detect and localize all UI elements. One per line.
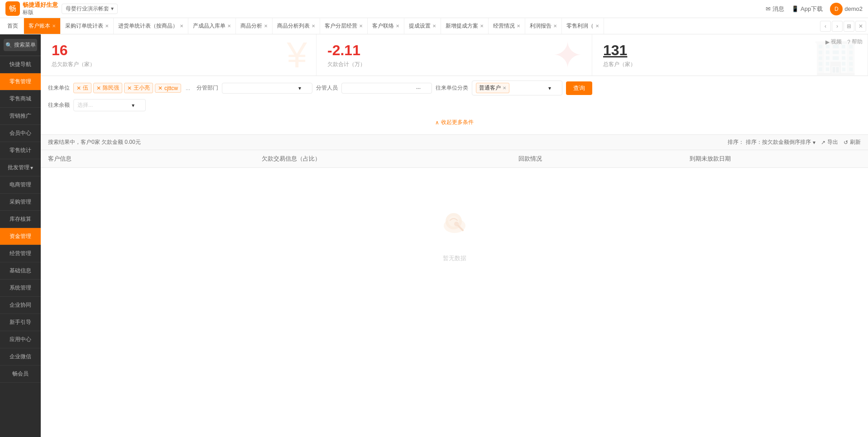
sidebar-item-wholesale[interactable]: 批发管理 ▾ bbox=[0, 159, 41, 176]
app-download-action[interactable]: 📱 App下载 bbox=[791, 5, 823, 13]
filter-unit-label: 往来单位 bbox=[48, 84, 70, 92]
table-header: 客户信息 欠款交易信息（占比） 回款情况 到期未放款日期 bbox=[41, 150, 868, 168]
filter-category-label: 往来单位分类 bbox=[436, 84, 468, 92]
close-tab-operations[interactable]: ✕ bbox=[517, 24, 520, 28]
close-tab-product-entry[interactable]: ✕ bbox=[227, 24, 231, 28]
filter-row-2: 往来余额 选择... ▾ bbox=[48, 99, 861, 111]
tab-prompt-settings[interactable]: 提成设置 ✕ bbox=[404, 18, 441, 34]
coin-bg-icon: ¥ bbox=[287, 34, 307, 76]
sidebar-item-enterprise-wechat[interactable]: 企业微信 bbox=[0, 348, 41, 366]
sidebar-item-marketing[interactable]: 营销推广 bbox=[0, 108, 41, 125]
logo-text: 畅捷通好生意 标版 bbox=[23, 1, 58, 16]
sidebar-item-app-center[interactable]: 应用中心 bbox=[0, 331, 41, 348]
result-actions: 排序： 排序：按欠款金额倒序排序 ▾ ↗ 导出 ↺ 刷新 bbox=[728, 138, 861, 146]
tab-product-analysis-list[interactable]: 商品分析列表 ✕ bbox=[273, 18, 320, 34]
sidebar-item-inventory[interactable]: 库存核算 bbox=[0, 211, 41, 228]
close-tab-purchase-stats[interactable]: ✕ bbox=[180, 24, 183, 28]
video-action[interactable]: ▶ 视频 bbox=[825, 38, 842, 46]
sidebar-item-member[interactable]: 会员中心 bbox=[0, 125, 41, 142]
close-tab-prompt-settings[interactable]: ✕ bbox=[432, 24, 436, 28]
tab-retail-profit[interactable]: 零售利润（ ✕ bbox=[562, 18, 604, 34]
sidebar-item-ecommerce[interactable]: 电商管理 bbox=[0, 176, 41, 194]
sort-select[interactable]: 排序： 排序：按欠款金额倒序排序 ▾ bbox=[728, 138, 815, 146]
filter-dept-select[interactable]: ▾ bbox=[222, 83, 312, 94]
close-tab-product-analysis-list[interactable]: ✕ bbox=[312, 24, 315, 28]
sidebar-item-vip[interactable]: 畅会员 bbox=[0, 366, 41, 383]
empty-icon bbox=[436, 204, 473, 249]
result-info: 搜索结果中，客户0家 欠款金额 0.00元 bbox=[48, 138, 141, 146]
header-left: 畅 畅捷通好生意 标版 母婴行业演示帐套 ▾ bbox=[5, 1, 118, 16]
stat-total-clients-value: 131 bbox=[603, 42, 627, 59]
refresh-action[interactable]: ↺ 刷新 bbox=[844, 138, 861, 146]
collapse-button[interactable]: ∧ 收起更多条件 bbox=[430, 117, 479, 128]
sidebar-item-quick-nav[interactable]: 快捷导航 bbox=[0, 56, 41, 73]
message-action[interactable]: ✉ 消息 bbox=[766, 5, 784, 13]
filter-dept-input[interactable] bbox=[226, 85, 297, 91]
sidebar-item-basic-info[interactable]: 基础信息 bbox=[0, 262, 41, 280]
table-header-repayment: 回款情况 bbox=[518, 155, 690, 163]
close-tab-customer-balance[interactable]: ✕ bbox=[52, 24, 56, 28]
sidebar: 🔍 搜索菜单 快捷导航 零售管理 零售商城 营销推广 会员中心 零售统计 批发管… bbox=[0, 34, 41, 437]
close-tab-purchase-order[interactable]: ✕ bbox=[105, 24, 109, 28]
filter-person-select[interactable]: ··· bbox=[341, 83, 432, 94]
content-area: ¥ 16 总欠款客户（家） ✦ -2.11 欠款合计（万） 🏢 131 总客户（… bbox=[41, 34, 868, 437]
stat-total-clients-label: 总客户（家） bbox=[603, 61, 636, 68]
filter-tag-chen: ✕ 陈民强 bbox=[93, 83, 122, 93]
table-area: 客户信息 欠款交易信息（占比） 回款情况 到期未放款日期 bbox=[41, 150, 868, 437]
close-tab-add-plan[interactable]: ✕ bbox=[480, 24, 484, 28]
tab-customer-tier[interactable]: 客户分层经营 ✕ bbox=[320, 18, 368, 34]
sidebar-item-retail-mall[interactable]: 零售商城 bbox=[0, 90, 41, 108]
sidebar-item-operations-mgmt[interactable]: 经营管理 bbox=[0, 245, 41, 262]
close-tab-retail-profit[interactable]: ✕ bbox=[595, 24, 599, 28]
sidebar-item-system[interactable]: 系统管理 bbox=[0, 280, 41, 297]
nav-prev[interactable]: ‹ bbox=[820, 21, 831, 32]
table-header-customer-info: 客户信息 bbox=[48, 155, 262, 163]
tab-operations[interactable]: 经营情况 ✕ bbox=[489, 18, 525, 34]
tab-customer-balance[interactable]: 客户账本 ✕ bbox=[24, 18, 61, 34]
sidebar-item-finance[interactable]: 资金管理 bbox=[0, 228, 41, 245]
table-header-overdue-date: 到期未放款日期 bbox=[690, 155, 861, 163]
nav-expand[interactable]: ⊞ bbox=[844, 21, 854, 32]
filter-more-tags[interactable]: ... bbox=[183, 84, 193, 92]
sidebar-item-retail-stats[interactable]: 零售统计 bbox=[0, 142, 41, 159]
filter-balance-label: 往来余额 bbox=[48, 101, 70, 109]
sidebar-item-purchase[interactable]: 采购管理 bbox=[0, 194, 41, 211]
tab-customer-contact[interactable]: 客户联络 ✕ bbox=[368, 18, 404, 34]
close-tab-customer-tier[interactable]: ✕ bbox=[359, 24, 363, 28]
sidebar-item-retail[interactable]: 零售管理 bbox=[0, 73, 41, 90]
filter-tag-wu: ✕ 伍 bbox=[73, 83, 91, 93]
tab-home[interactable]: 首页 bbox=[2, 18, 24, 34]
export-action[interactable]: ↗ 导出 bbox=[821, 138, 838, 146]
stat-total-customers-label: 总欠款客户（家） bbox=[52, 61, 95, 68]
close-tab-product-analysis[interactable]: ✕ bbox=[264, 24, 268, 28]
sidebar-item-enterprise[interactable]: 企业协同 bbox=[0, 297, 41, 314]
help-action[interactable]: ? 帮助 bbox=[847, 38, 863, 46]
filter-balance-select[interactable]: 选择... ▾ bbox=[73, 99, 146, 111]
store-selector[interactable]: 母婴行业演示帐套 ▾ bbox=[62, 4, 118, 14]
user-action[interactable]: D demo2 bbox=[830, 3, 863, 15]
close-tab-profit-report[interactable]: ✕ bbox=[553, 24, 557, 28]
query-button[interactable]: 查询 bbox=[566, 81, 592, 95]
nav-next[interactable]: › bbox=[832, 21, 843, 32]
stat-arrears: ✦ -2.11 欠款合计（万） bbox=[317, 34, 592, 76]
filter-category-select[interactable]: 普通客户 ✕ ▾ bbox=[472, 81, 562, 95]
tab-add-plan[interactable]: 新增提成方案 ✕ bbox=[441, 18, 489, 34]
nav-tabs: 首页 客户账本 ✕ 采购订单统计表 ✕ 进货单统计表（按商品） ✕ 产成品入库单… bbox=[0, 18, 868, 34]
tab-purchase-stats[interactable]: 进货单统计表（按商品） ✕ bbox=[114, 18, 188, 34]
filter-unit-tags: ✕ 伍 ✕ 陈民强 ✕ 王小亮 ✕ cjttcw ... bbox=[73, 83, 193, 93]
result-bar: 搜索结果中，客户0家 欠款金额 0.00元 排序： 排序：按欠款金额倒序排序 ▾… bbox=[41, 135, 868, 150]
empty-label: 暂无数据 bbox=[443, 254, 466, 262]
nav-close-all[interactable]: ✕ bbox=[855, 21, 866, 32]
sidebar-item-new-guide[interactable]: 新手引导 bbox=[0, 314, 41, 331]
filter-person-input[interactable] bbox=[345, 85, 414, 91]
search-menu-button[interactable]: 🔍 搜索菜单 bbox=[4, 39, 37, 51]
main-layout: 🔍 搜索菜单 快捷导航 零售管理 零售商城 营销推广 会员中心 零售统计 批发管… bbox=[0, 34, 868, 437]
tab-profit-report[interactable]: 利润报告 ✕ bbox=[525, 18, 562, 34]
tab-product-analysis[interactable]: 商品分析 ✕ bbox=[236, 18, 273, 34]
stat-total-customers-value: 16 bbox=[52, 42, 68, 59]
tab-purchase-order[interactable]: 采购订单统计表 ✕ bbox=[61, 18, 114, 34]
tab-product-entry[interactable]: 产成品入库单 ✕ bbox=[188, 18, 236, 34]
empty-state: 暂无数据 bbox=[41, 168, 868, 299]
close-tab-customer-contact[interactable]: ✕ bbox=[396, 24, 399, 28]
filter-area: 往来单位 ✕ 伍 ✕ 陈民强 ✕ 王小亮 ✕ bbox=[41, 76, 868, 135]
